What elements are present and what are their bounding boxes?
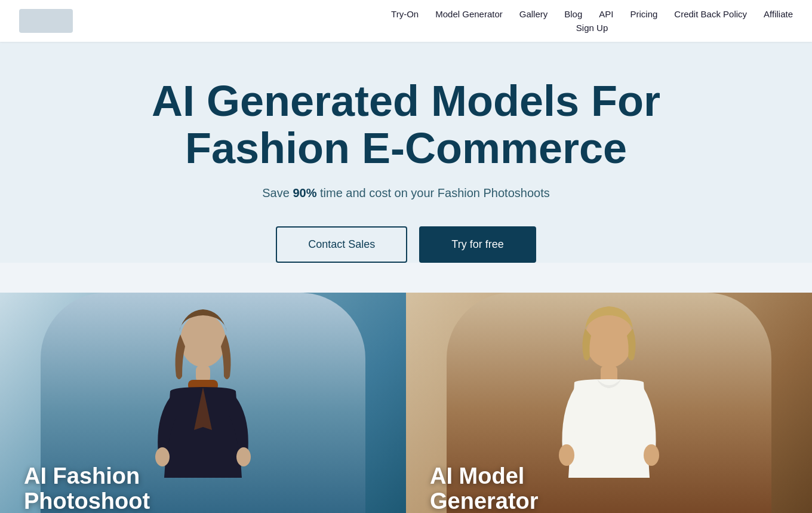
navbar: Try-On Model Generator Gallery Blog API …	[0, 0, 812, 42]
nav-link-pricing[interactable]: Pricing	[630, 9, 658, 19]
svg-point-4	[236, 447, 251, 466]
nav-link-api[interactable]: API	[599, 9, 613, 19]
contact-sales-button[interactable]: Contact Sales	[276, 226, 407, 263]
logo-container	[19, 9, 73, 33]
hero-section: AI Generated Models For Fashion E-Commer…	[0, 42, 812, 263]
svg-rect-1	[196, 365, 210, 382]
model-generator-card[interactable]: AI Model Generator	[406, 293, 812, 513]
nav-link-affiliate[interactable]: Affiliate	[764, 9, 793, 19]
nav-link-try-on[interactable]: Try-On	[391, 9, 419, 19]
nav-link-gallery[interactable]: Gallery	[519, 9, 548, 19]
nav-row-2: Sign Up	[576, 23, 608, 33]
svg-point-3	[155, 447, 170, 466]
model-card-label: AI Model Generator	[430, 464, 539, 513]
logo	[19, 9, 73, 33]
svg-point-7	[559, 444, 574, 466]
hero-buttons: Contact Sales Try for free	[12, 226, 800, 263]
fashion-card-label: AI Fashion Photoshoot	[24, 464, 150, 513]
man-figure	[531, 299, 687, 513]
fashion-photoshoot-card[interactable]: AI Fashion Photoshoot	[0, 293, 406, 513]
image-section: AI Fashion Photoshoot AI M	[0, 293, 812, 513]
nav-link-blog[interactable]: Blog	[564, 9, 582, 19]
hero-subtitle: Save 90% time and cost on your Fashion P…	[12, 186, 800, 200]
nav-link-sign-up[interactable]: Sign Up	[576, 23, 608, 33]
nav-row-1: Try-On Model Generator Gallery Blog API …	[391, 9, 793, 19]
nav-link-model-generator[interactable]: Model Generator	[435, 9, 503, 19]
nav-center: Try-On Model Generator Gallery Blog API …	[391, 9, 793, 33]
svg-point-0	[180, 314, 226, 367]
hero-title: AI Generated Models For Fashion E-Commer…	[137, 78, 675, 172]
svg-point-8	[644, 444, 659, 466]
try-for-free-button[interactable]: Try for free	[419, 226, 536, 263]
nav-link-credit-back-policy[interactable]: Credit Back Policy	[674, 9, 747, 19]
